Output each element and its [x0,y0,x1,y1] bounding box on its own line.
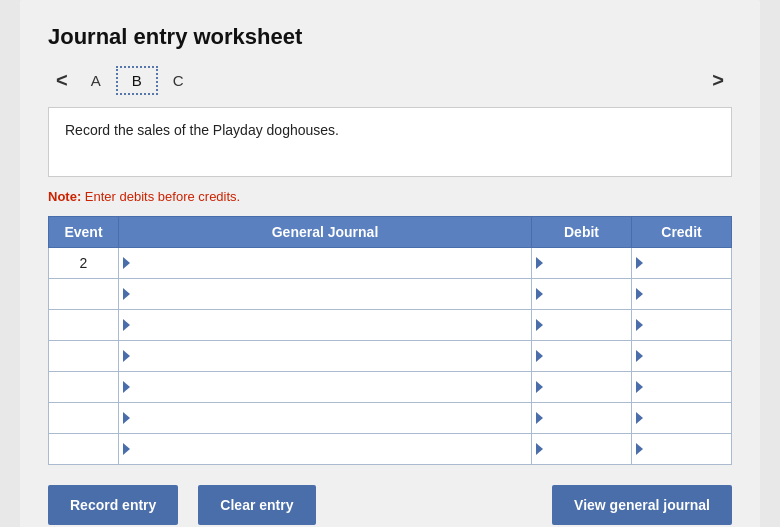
col-journal: General Journal [119,217,532,248]
table-row [49,372,732,403]
col-debit: Debit [532,217,632,248]
page-title: Journal entry worksheet [48,24,732,50]
journal-cell-6[interactable] [119,434,532,465]
table-row [49,279,732,310]
triangle-icon [123,257,130,269]
table-row [49,341,732,372]
triangle-icon [636,257,643,269]
journal-cell-1[interactable] [119,279,532,310]
credit-cell-4[interactable] [632,372,732,403]
tab-a[interactable]: A [76,67,116,94]
table-row [49,434,732,465]
table-row [49,310,732,341]
credit-input-0[interactable] [647,256,731,271]
triangle-icon [123,319,130,331]
debit-cell-2[interactable] [532,310,632,341]
credit-input-3[interactable] [647,349,731,364]
debit-input-2[interactable] [547,318,631,333]
journal-input-4[interactable] [134,380,531,395]
credit-cell-1[interactable] [632,279,732,310]
debit-input-6[interactable] [547,442,631,457]
debit-input-1[interactable] [547,287,631,302]
event-cell-6 [49,434,119,465]
credit-cell-0[interactable] [632,248,732,279]
table-row: 2 [49,248,732,279]
debit-cell-6[interactable] [532,434,632,465]
journal-cell-4[interactable] [119,372,532,403]
debit-cell-5[interactable] [532,403,632,434]
event-cell-2 [49,310,119,341]
buttons-row: Record entry Clear entry View general jo… [48,485,732,525]
note-label: Note: [48,189,81,204]
credit-input-2[interactable] [647,318,731,333]
triangle-icon [536,257,543,269]
journal-table: Event General Journal Debit Credit 2 [48,216,732,465]
event-cell-1 [49,279,119,310]
record-entry-button[interactable]: Record entry [48,485,178,525]
credit-cell-2[interactable] [632,310,732,341]
tab-nav: < A B C > [48,66,732,95]
note-body: Enter debits before credits. [85,189,240,204]
triangle-icon [636,350,643,362]
triangle-icon [536,319,543,331]
debit-cell-1[interactable] [532,279,632,310]
triangle-icon [636,288,643,300]
debit-cell-3[interactable] [532,341,632,372]
journal-input-3[interactable] [134,349,531,364]
journal-input-1[interactable] [134,287,531,302]
triangle-icon [123,288,130,300]
triangle-icon [536,350,543,362]
triangle-icon [636,381,643,393]
journal-cell-0[interactable] [119,248,532,279]
credit-input-4[interactable] [647,380,731,395]
triangle-icon [123,381,130,393]
event-cell-3 [49,341,119,372]
triangle-icon [123,412,130,424]
credit-cell-5[interactable] [632,403,732,434]
instruction-text: Record the sales of the Playday doghouse… [65,122,339,138]
journal-input-2[interactable] [134,318,531,333]
event-cell-0: 2 [49,248,119,279]
debit-input-4[interactable] [547,380,631,395]
main-container: Journal entry worksheet < A B C > Record… [20,0,760,527]
col-event: Event [49,217,119,248]
debit-cell-4[interactable] [532,372,632,403]
credit-input-1[interactable] [647,287,731,302]
debit-cell-0[interactable] [532,248,632,279]
triangle-icon [636,319,643,331]
triangle-icon [536,381,543,393]
tab-b[interactable]: B [116,66,158,95]
credit-cell-6[interactable] [632,434,732,465]
clear-entry-button[interactable]: Clear entry [198,485,315,525]
journal-input-5[interactable] [134,411,531,426]
nav-arrow-left[interactable]: < [48,69,76,92]
credit-input-5[interactable] [647,411,731,426]
nav-arrow-right[interactable]: > [704,69,732,92]
journal-input-6[interactable] [134,442,531,457]
credit-input-6[interactable] [647,442,731,457]
view-general-journal-button[interactable]: View general journal [552,485,732,525]
debit-input-3[interactable] [547,349,631,364]
triangle-icon [536,443,543,455]
triangle-icon [536,288,543,300]
journal-input-0[interactable] [134,256,531,271]
credit-cell-3[interactable] [632,341,732,372]
triangle-icon [123,443,130,455]
event-cell-4 [49,372,119,403]
journal-cell-5[interactable] [119,403,532,434]
triangle-icon [636,443,643,455]
debit-input-0[interactable] [547,256,631,271]
note-text: Note: Enter debits before credits. [48,189,732,204]
table-header-row: Event General Journal Debit Credit [49,217,732,248]
instruction-box: Record the sales of the Playday doghouse… [48,107,732,177]
event-cell-5 [49,403,119,434]
table-row [49,403,732,434]
triangle-icon [536,412,543,424]
debit-input-5[interactable] [547,411,631,426]
tab-c[interactable]: C [158,67,199,94]
col-credit: Credit [632,217,732,248]
triangle-icon [636,412,643,424]
journal-cell-2[interactable] [119,310,532,341]
journal-cell-3[interactable] [119,341,532,372]
triangle-icon [123,350,130,362]
